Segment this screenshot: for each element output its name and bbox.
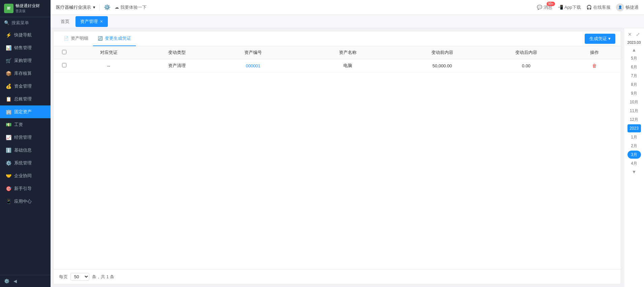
sidebar-item-salary[interactable]: 💵 工资 (0, 118, 51, 131)
app-center-icon: 📱 (5, 199, 11, 204)
header-after: 变动后内容 (484, 46, 568, 59)
user-menu[interactable]: 👤 畅捷通 (616, 3, 639, 11)
company-selector[interactable]: 医疗器械行业演示 ▾ (56, 4, 95, 10)
month-2[interactable]: 2月 (627, 142, 641, 150)
tab-home[interactable]: 首页 (56, 16, 74, 27)
month-1[interactable]: 1月 (627, 133, 641, 141)
page-size-select[interactable]: 50 10 20 100 (70, 273, 89, 281)
settings-gear-icon[interactable]: ⚙️ (104, 4, 111, 10)
guide-icon: 🎯 (5, 186, 11, 191)
avatar: 👤 (616, 3, 624, 11)
next-arrow[interactable]: ▼ (631, 168, 638, 176)
logo-subtitle: 普及版 (16, 9, 40, 13)
app-download-label: App下载 (564, 4, 581, 10)
sidebar-item-label: 资金管理 (14, 83, 32, 89)
table-wrapper: 对应凭证 变动类型 资产编号 资产名称 变动前内容 变动后内容 操作 (54, 46, 621, 269)
month-8[interactable]: 8月 (627, 81, 641, 89)
total-label: 条，共 1 条 (92, 274, 114, 280)
sidebar-item-system[interactable]: ⚙️ 系统管理 (0, 157, 51, 169)
sidebar-item-operations[interactable]: 📈 经营管理 (0, 131, 51, 144)
month-4[interactable]: 4月 (627, 159, 641, 167)
company-name: 医疗器械行业演示 (56, 4, 91, 10)
panel-close-button[interactable]: ✕ (626, 31, 633, 38)
row-action: 🗑 (568, 59, 621, 72)
month-9[interactable]: 9月 (627, 89, 641, 97)
chevron-down-icon: ▾ (93, 5, 95, 10)
header-checkbox-cell (54, 46, 74, 59)
month-3[interactable]: 3月 (627, 151, 641, 159)
customer-service-button[interactable]: 🎧 在线客服 (586, 4, 611, 10)
month-12[interactable]: 12月 (627, 116, 641, 124)
tab-asset-management[interactable]: 资产管理 ✕ (75, 16, 108, 27)
generate-btn-label: 生成凭证 (589, 36, 607, 42)
month-7[interactable]: 7月 (627, 72, 641, 80)
sub-tab-asset-detail[interactable]: 📄 资产明细 (59, 31, 93, 46)
table-row: -- 资产清理 000001 电脑 50,000.00 0.00 🗑 (54, 59, 621, 72)
sub-tab-change-voucher[interactable]: 🔄 变更生成凭证 (93, 31, 136, 46)
generate-voucher-button[interactable]: 生成凭证 ▾ (585, 34, 615, 44)
delete-icon[interactable]: 🗑 (592, 63, 597, 68)
prev-arrow[interactable]: ▲ (631, 46, 638, 54)
sidebar: 财 畅捷通好业财 普及版 🔍 搜索菜单 ⚡ 快捷导航 📊 销售管理 🛒 采购管理… (0, 0, 51, 287)
experience-label: 我要体验一下 (120, 4, 147, 10)
main-area: 医疗器械行业演示 ▾ ⚙️ ☁ 我要体验一下 💬 消息 99+ 📲 App下载 … (51, 0, 644, 287)
home-label: 首页 (61, 19, 69, 25)
sub-tab-label: 资产明细 (71, 35, 88, 41)
sidebar-item-label: 总账管理 (14, 96, 32, 102)
change-voucher-icon: 🔄 (98, 36, 103, 41)
sidebar-item-label: 快捷导航 (14, 32, 32, 38)
sidebar-search[interactable]: 🔍 搜索菜单 (0, 17, 51, 29)
app-download-button[interactable]: 📲 App下载 (558, 4, 581, 10)
sales-icon: 📊 (5, 45, 11, 51)
logo-icon: 财 (4, 4, 13, 13)
year-2023-label[interactable]: 2023 (627, 124, 641, 132)
sidebar-item-label: 经营管理 (14, 134, 32, 140)
sidebar-item-label: 系统管理 (14, 160, 32, 166)
quick-nav-icon: ⚡ (5, 32, 11, 38)
sidebar-item-cooperation[interactable]: 🤝 企业协同 (0, 169, 51, 182)
salary-icon: 💵 (5, 122, 11, 127)
search-label: 搜索菜单 (11, 20, 29, 26)
sidebar-logo: 财 畅捷通好业财 普及版 (0, 0, 51, 17)
panel-controls: ✕ ⤢ (624, 31, 644, 39)
sidebar-item-guide[interactable]: 🎯 新手引导 (0, 182, 51, 195)
search-icon: 🔍 (4, 20, 9, 25)
row-checkbox[interactable] (62, 63, 66, 67)
settings-icon[interactable]: ⚙️ (4, 279, 9, 284)
basic-info-icon: ℹ️ (5, 148, 11, 153)
year-label: 2023.03 (627, 39, 641, 46)
sidebar-item-fixed-assets[interactable]: 🏢 固定资产 (0, 105, 51, 118)
header-type: 变动类型 (143, 46, 211, 59)
sidebar-item-app-center[interactable]: 📱 应用中心 (0, 195, 51, 208)
generate-btn-arrow: ▾ (608, 36, 611, 41)
month-11[interactable]: 11月 (627, 107, 641, 115)
sidebar-item-ledger[interactable]: 📋 总账管理 (0, 93, 51, 105)
select-all-checkbox[interactable] (62, 50, 66, 54)
month-5[interactable]: 5月 (627, 54, 641, 62)
sidebar-item-label: 新手引导 (14, 186, 32, 192)
experience-button[interactable]: ☁ 我要体验一下 (115, 4, 147, 10)
tab-close-icon[interactable]: ✕ (100, 19, 103, 24)
sidebar-item-label: 采购管理 (14, 58, 32, 64)
panel-expand-button[interactable]: ⤢ (635, 31, 641, 38)
messages-button[interactable]: 💬 消息 99+ (537, 4, 552, 10)
purchase-icon: 🛒 (5, 58, 11, 63)
sidebar-item-sales[interactable]: 📊 销售管理 (0, 41, 51, 54)
sidebar-item-label: 工资 (14, 122, 23, 128)
cloud-icon: ☁ (115, 5, 119, 10)
row-before: 50,000.00 (400, 59, 484, 72)
logo-text-group: 畅捷通好业财 普及版 (16, 3, 40, 13)
tabbar: 首页 资产管理 ✕ (51, 15, 644, 28)
month-6[interactable]: 6月 (627, 63, 641, 71)
sidebar-item-inventory[interactable]: 📦 库存核算 (0, 67, 51, 80)
sidebar-nav: ⚡ 快捷导航 📊 销售管理 🛒 采购管理 📦 库存核算 💰 资金管理 📋 总账管… (0, 29, 51, 275)
sidebar-item-purchase[interactable]: 🛒 采购管理 (0, 54, 51, 67)
row-code[interactable]: 000001 (211, 59, 295, 72)
table-header-row: 对应凭证 变动类型 资产编号 资产名称 变动前内容 变动后内容 操作 (54, 46, 621, 59)
asset-detail-icon: 📄 (64, 36, 69, 41)
collapse-icon[interactable]: ◀ (13, 279, 17, 284)
sidebar-item-quick-nav[interactable]: ⚡ 快捷导航 (0, 29, 51, 41)
sidebar-item-funds[interactable]: 💰 资金管理 (0, 80, 51, 93)
month-10[interactable]: 10月 (627, 98, 641, 106)
sidebar-item-basic-info[interactable]: ℹ️ 基础信息 (0, 144, 51, 157)
